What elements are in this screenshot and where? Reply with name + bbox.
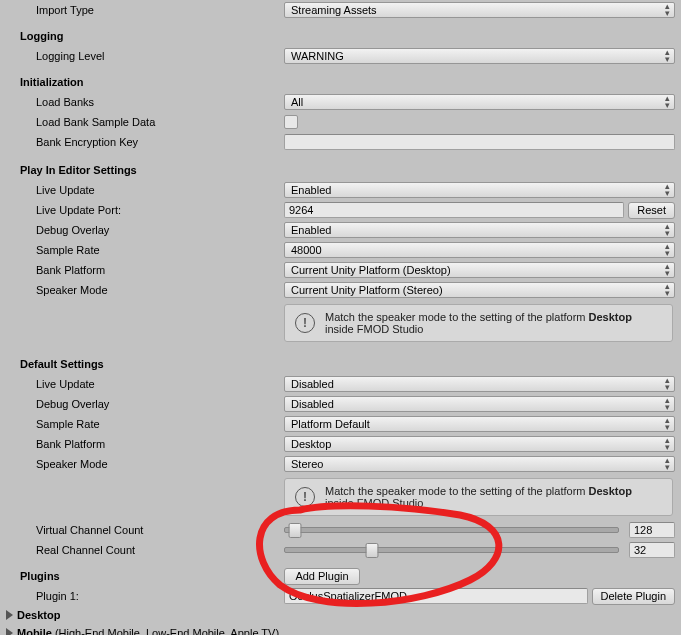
- rcc-slider[interactable]: [284, 547, 619, 553]
- enc-key-label: Bank Encryption Key: [6, 136, 284, 148]
- load-banks-dropdown[interactable]: All ▴▾: [284, 94, 675, 110]
- load-banks-value: All: [291, 96, 303, 108]
- pe-debug-dropdown[interactable]: Enabled▴▾: [284, 222, 675, 238]
- desktop-label: Desktop: [17, 609, 60, 621]
- load-sample-checkbox[interactable]: [284, 115, 298, 129]
- dropdown-arrows-icon: ▴▾: [665, 3, 670, 17]
- dropdown-arrows-icon: ▴▾: [665, 95, 670, 109]
- mobile-foldout[interactable]: Mobile (High-End Mobile, Low-End Mobile,…: [0, 624, 681, 635]
- rcc-value[interactable]: 32: [629, 542, 675, 558]
- vcc-label: Virtual Channel Count: [6, 524, 284, 536]
- enc-key-input[interactable]: [284, 134, 675, 150]
- pe-port-label: Live Update Port:: [6, 204, 284, 216]
- dropdown-arrows-icon: ▴▾: [665, 397, 670, 411]
- pe-info-text: Match the speaker mode to the setting of…: [325, 311, 662, 335]
- defaults-header: Default Settings: [6, 358, 284, 370]
- import-type-value: Streaming Assets: [291, 4, 377, 16]
- def-speaker-mode-label: Speaker Mode: [6, 458, 284, 470]
- def-live-update-label: Live Update: [6, 378, 284, 390]
- logging-level-value: WARNING: [291, 50, 344, 62]
- vcc-value[interactable]: 128: [629, 522, 675, 538]
- dropdown-arrows-icon: ▴▾: [665, 283, 670, 297]
- logging-level-dropdown[interactable]: WARNING ▴▾: [284, 48, 675, 64]
- reset-button[interactable]: Reset: [628, 202, 675, 219]
- pe-info-box: ! Match the speaker mode to the setting …: [284, 304, 673, 342]
- def-bank-platform-label: Bank Platform: [6, 438, 284, 450]
- logging-level-label: Logging Level: [6, 50, 284, 62]
- info-icon: !: [295, 487, 315, 507]
- info-icon: !: [295, 313, 315, 333]
- def-debug-dropdown[interactable]: Disabled▴▾: [284, 396, 675, 412]
- plugins-header: Plugins: [6, 570, 284, 582]
- pe-debug-label: Debug Overlay: [6, 224, 284, 236]
- vcc-slider[interactable]: [284, 527, 619, 533]
- def-info-text: Match the speaker mode to the setting of…: [325, 485, 662, 509]
- initialization-header: Initialization: [6, 76, 284, 88]
- def-info-box: ! Match the speaker mode to the setting …: [284, 478, 673, 516]
- import-type-dropdown[interactable]: Streaming Assets ▴▾: [284, 2, 675, 18]
- def-sample-rate-label: Sample Rate: [6, 418, 284, 430]
- pe-port-input[interactable]: 9264: [284, 202, 624, 218]
- triangle-right-icon: [6, 610, 13, 620]
- def-sample-rate-dropdown[interactable]: Platform Default▴▾: [284, 416, 675, 432]
- def-speaker-mode-dropdown[interactable]: Stereo▴▾: [284, 456, 675, 472]
- pe-speaker-mode-dropdown[interactable]: Current Unity Platform (Stereo)▴▾: [284, 282, 675, 298]
- def-bank-platform-dropdown[interactable]: Desktop▴▾: [284, 436, 675, 452]
- pe-live-update-dropdown[interactable]: Enabled▴▾: [284, 182, 675, 198]
- dropdown-arrows-icon: ▴▾: [665, 437, 670, 451]
- dropdown-arrows-icon: ▴▾: [665, 417, 670, 431]
- dropdown-arrows-icon: ▴▾: [665, 243, 670, 257]
- dropdown-arrows-icon: ▴▾: [665, 223, 670, 237]
- def-debug-label: Debug Overlay: [6, 398, 284, 410]
- dropdown-arrows-icon: ▴▾: [665, 457, 670, 471]
- play-editor-header: Play In Editor Settings: [6, 164, 284, 176]
- dropdown-arrows-icon: ▴▾: [665, 263, 670, 277]
- plugin-1-input[interactable]: OculusSpatializerFMOD: [284, 588, 588, 604]
- mobile-label: Mobile (High-End Mobile, Low-End Mobile,…: [17, 627, 279, 635]
- delete-plugin-button[interactable]: Delete Plugin: [592, 588, 675, 605]
- logging-header: Logging: [6, 30, 284, 42]
- rcc-label: Real Channel Count: [6, 544, 284, 556]
- plugin-1-label: Plugin 1:: [6, 590, 284, 602]
- dropdown-arrows-icon: ▴▾: [665, 377, 670, 391]
- def-live-update-dropdown[interactable]: Disabled▴▾: [284, 376, 675, 392]
- pe-bank-platform-dropdown[interactable]: Current Unity Platform (Desktop)▴▾: [284, 262, 675, 278]
- dropdown-arrows-icon: ▴▾: [665, 183, 670, 197]
- add-plugin-button[interactable]: Add Plugin: [284, 568, 360, 585]
- pe-bank-platform-label: Bank Platform: [6, 264, 284, 276]
- pe-live-update-label: Live Update: [6, 184, 284, 196]
- desktop-foldout[interactable]: Desktop: [0, 606, 681, 624]
- triangle-right-icon: [6, 628, 13, 635]
- pe-sample-rate-label: Sample Rate: [6, 244, 284, 256]
- pe-speaker-mode-label: Speaker Mode: [6, 284, 284, 296]
- load-banks-label: Load Banks: [6, 96, 284, 108]
- import-type-label: Import Type: [6, 4, 284, 16]
- dropdown-arrows-icon: ▴▾: [665, 49, 670, 63]
- pe-sample-rate-dropdown[interactable]: 48000▴▾: [284, 242, 675, 258]
- load-sample-label: Load Bank Sample Data: [6, 116, 284, 128]
